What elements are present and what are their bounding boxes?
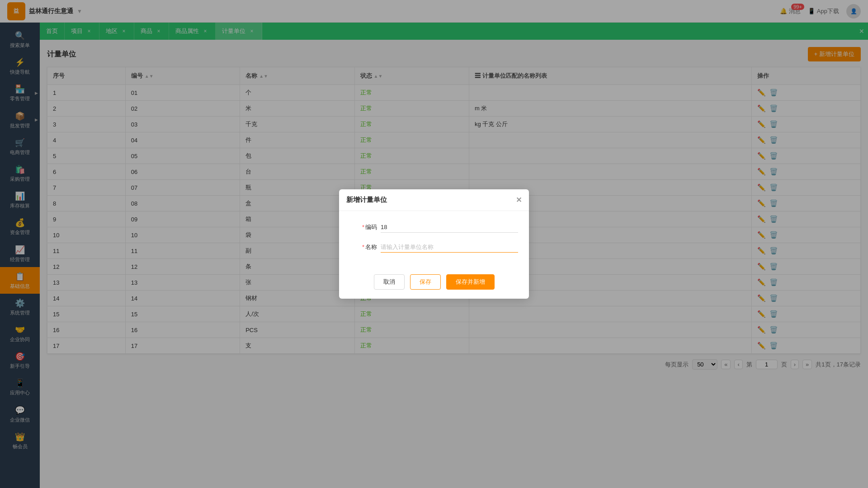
cancel-button[interactable]: 取消 xyxy=(374,274,405,290)
form-row-code: *编码 xyxy=(350,222,518,233)
name-required-mark: * xyxy=(362,244,364,250)
modal-header: 新增计量单位 ✕ xyxy=(339,189,529,211)
modal: 新增计量单位 ✕ *编码 *名称 取消 保存 保存并新增 xyxy=(339,189,529,299)
name-input[interactable] xyxy=(381,242,518,253)
modal-body: *编码 *名称 xyxy=(339,211,529,269)
name-label: *名称 xyxy=(350,243,377,251)
modal-close-button[interactable]: ✕ xyxy=(516,196,522,204)
code-required-mark: * xyxy=(362,224,364,230)
save-button[interactable]: 保存 xyxy=(410,274,441,290)
modal-footer: 取消 保存 保存并新增 xyxy=(339,269,529,299)
modal-overlay: 新增计量单位 ✕ *编码 *名称 取消 保存 保存并新增 xyxy=(0,0,868,488)
code-label: *编码 xyxy=(350,223,377,231)
save-and-new-button[interactable]: 保存并新增 xyxy=(446,274,495,290)
modal-title: 新增计量单位 xyxy=(346,196,387,204)
code-input[interactable] xyxy=(381,222,518,233)
form-row-name: *名称 xyxy=(350,242,518,253)
